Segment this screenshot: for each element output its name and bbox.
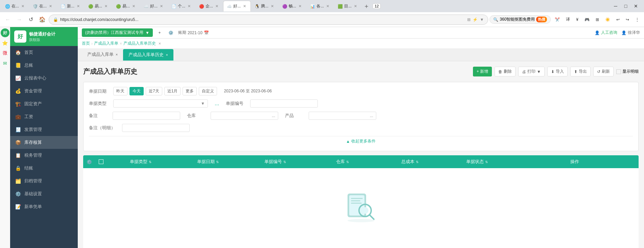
date-btn-today[interactable]: 今天 <box>129 87 144 95</box>
tab-doc-history-close[interactable]: × <box>166 53 168 57</box>
sidebar-item-fixed[interactable]: 🏗️ 固定资产 <box>10 97 78 110</box>
back2-button[interactable]: ↩ <box>614 16 622 23</box>
address-bar[interactable]: 🔒 https://cloud.chanjet.com/accounting/u… <box>49 15 488 25</box>
th-doc-type[interactable]: 单据类型 ⇅ <box>107 159 174 165</box>
th-doc-status[interactable]: 单据状态 ⇅ <box>444 159 511 165</box>
sidebar-item-closing[interactable]: 🔒 结账 <box>10 162 78 175</box>
app-icon-star[interactable]: ⭐ <box>1 39 9 47</box>
sidebar-item-settings[interactable]: ⚙️ 基础设置 <box>10 187 78 200</box>
tab-9[interactable]: ☁️ 好... ✕ <box>223 1 251 12</box>
breadcrumb-home[interactable]: 首页 <box>82 41 90 46</box>
tab-4-close[interactable]: ✕ <box>103 4 109 9</box>
tab-1[interactable]: 🌐 在... ✕ <box>1 1 29 12</box>
date-btn-more[interactable]: 更多 <box>183 87 197 95</box>
tab-10[interactable]: 🐧 腾... ✕ <box>251 1 279 12</box>
th-doc-no[interactable]: 单据编号 ⇅ <box>241 159 309 165</box>
sidebar-item-invoice[interactable]: 🧾 发票管理 <box>10 123 78 136</box>
tab-13[interactable]: 🟩 目... ✕ <box>334 1 362 12</box>
th-warehouse[interactable]: 仓库 ⇅ <box>309 159 376 165</box>
doc-type-select[interactable]: ▼ <box>113 99 208 108</box>
currency-tool[interactable]: ¥ <box>574 16 580 23</box>
translate-tool[interactable]: 译 <box>564 15 572 24</box>
collapse-button[interactable]: ▲ 收起更多条件 <box>89 136 633 146</box>
th-gear[interactable]: ⚙️ <box>83 159 95 164</box>
app-icon-weibo[interactable]: 微 <box>1 49 9 58</box>
tab-7-close[interactable]: ✕ <box>187 4 192 9</box>
doc-type-ellipsis[interactable]: ... <box>215 100 219 107</box>
tab-9-close[interactable]: ✕ <box>242 4 247 9</box>
refresh-button[interactable]: ↺ <box>26 15 36 25</box>
scissors-tool[interactable]: ✂️ <box>553 16 562 23</box>
product-select[interactable]: ... <box>309 112 376 120</box>
tab-6-close[interactable]: ✕ <box>159 4 164 9</box>
detail-remark-input[interactable] <box>122 124 190 132</box>
sidebar-item-reports[interactable]: 📈 云报表中心 <box>10 72 78 85</box>
sidebar-item-home[interactable]: 🏠 首页 <box>10 46 78 59</box>
tab-8-close[interactable]: ✕ <box>214 4 219 9</box>
minimize-button[interactable]: ─ <box>612 2 620 10</box>
app-icon-chanjet[interactable]: 好 <box>1 28 9 37</box>
refresh-button[interactable]: ↺ 刷新 <box>593 67 614 76</box>
game-tool[interactable]: 🎮 <box>582 16 592 23</box>
print-button[interactable]: 🖨 打印 ▼ <box>518 67 545 76</box>
forward2-button[interactable]: ↪ <box>624 16 631 23</box>
search-box[interactable]: 🔍 360智能抠图免费用 热搜 <box>490 15 551 24</box>
tab-doc-list[interactable]: 产成品入库单 × <box>82 49 123 61</box>
tab-7[interactable]: 📄 个... ✕ <box>168 1 195 12</box>
tab-1-close[interactable]: ✕ <box>20 4 25 9</box>
warehouse-select[interactable]: ... <box>211 112 278 120</box>
dropdown-icon[interactable]: ▼ <box>480 17 484 22</box>
tab-11[interactable]: 🟣 畅... ✕ <box>279 1 306 12</box>
tab-2-close[interactable]: ✕ <box>48 4 53 9</box>
company-badge[interactable]: (勿删勿禁用）江西服宝测试专用 ▼ <box>82 28 153 37</box>
sidebar-item-tax[interactable]: 📋 税务管理 <box>10 149 78 162</box>
tab-8[interactable]: 🔴 企... ✕ <box>195 1 223 12</box>
sidebar-item-newdoc[interactable]: 📝 新单凭单 <box>10 200 78 213</box>
add-company-button[interactable]: ＋ <box>156 28 164 37</box>
breadcrumb-close-icon[interactable]: × <box>159 41 161 46</box>
date-btn-1month[interactable]: 近1月 <box>164 87 181 95</box>
calendar-icon[interactable]: 📅 <box>204 30 209 35</box>
sidebar-item-payroll[interactable]: 💼 工资 <box>10 110 78 123</box>
sidebar-item-inventory[interactable]: 📦 库存核算 <box>10 136 78 149</box>
th-total-cost[interactable]: 总成本 ⇅ <box>376 159 444 165</box>
date-btn-7days[interactable]: 近7天 <box>146 87 162 95</box>
user-profile[interactable]: 👤 徐泽华 <box>621 30 640 36</box>
breadcrumb-list[interactable]: 产成品入库单 <box>94 41 118 46</box>
tab-2[interactable]: 🛡️ 在... ✕ <box>29 1 57 12</box>
add-button[interactable]: + 新增 <box>473 67 492 76</box>
tab-10-close[interactable]: ✕ <box>270 4 275 9</box>
forward-button[interactable]: → <box>14 15 24 25</box>
tab-5[interactable]: 🟢 易... ✕ <box>112 1 140 12</box>
tab-3-close[interactable]: ✕ <box>76 4 81 9</box>
tab-3[interactable]: 📄 新... ✕ <box>57 1 85 12</box>
maximize-button[interactable]: □ <box>622 2 630 10</box>
back-button[interactable]: ← <box>3 15 13 25</box>
display-cols-checkbox[interactable] <box>616 69 621 74</box>
grid-tool[interactable]: ⊞ <box>594 16 601 23</box>
doc-no-input[interactable] <box>250 99 318 108</box>
export-button[interactable]: ⬆ 导出 <box>570 67 591 76</box>
import-button[interactable]: ⬇ 导入 <box>547 67 568 76</box>
home-button[interactable]: 🏠 <box>37 15 47 25</box>
tab-doc-list-close[interactable]: × <box>116 52 118 57</box>
tab-5-close[interactable]: ✕ <box>131 4 136 9</box>
tab-4[interactable]: 🟢 易... ✕ <box>85 1 112 12</box>
th-doc-date[interactable]: 单据日期 ⇅ <box>174 159 241 165</box>
settings-button[interactable]: ⚙️ <box>166 29 175 37</box>
th-checkbox[interactable] <box>95 159 107 164</box>
delete-button[interactable]: 🗑 删除 <box>495 67 516 76</box>
tab-12[interactable]: 📊 各... ✕ <box>306 1 334 12</box>
user-service[interactable]: 👤 人工咨询 <box>595 30 617 36</box>
tab-13-close[interactable]: ✕ <box>353 4 358 9</box>
sidebar-item-ledger[interactable]: 📒 总账 <box>10 59 78 72</box>
close-button[interactable]: ✕ <box>632 2 640 10</box>
sidebar-item-funds[interactable]: 💰 资金管理 <box>10 85 78 97</box>
app-icon-email[interactable]: ✉ <box>1 59 9 68</box>
tab-add-button[interactable]: ＋ <box>362 1 371 11</box>
remark-input[interactable] <box>113 112 180 120</box>
tab-doc-history[interactable]: 产成品入库单历史 × <box>123 49 173 61</box>
header-checkbox[interactable] <box>99 159 103 164</box>
theme-tool[interactable]: ☀️ <box>603 16 612 23</box>
date-btn-custom[interactable]: 自定义 <box>199 87 217 95</box>
